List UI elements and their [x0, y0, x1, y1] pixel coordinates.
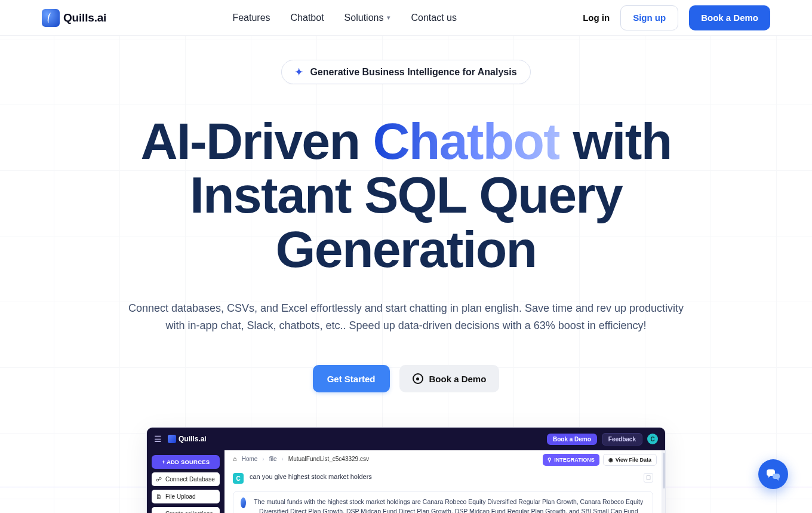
bot-reply-text: The mutual funds with the highest stock …: [252, 497, 645, 513]
nav-contact[interactable]: Contact us: [411, 13, 456, 23]
sidebar-item-connect-db: ☍ Connect Database: [152, 472, 220, 486]
bookmark-icon: ☐: [644, 473, 653, 483]
crumb-home-label: Home: [242, 456, 258, 462]
nav-solutions[interactable]: Solutions ▾: [345, 13, 391, 23]
file-icon: 🗎: [155, 493, 162, 500]
product-screenshot: ☰ Quills.ai Book a Demo Feedback C + ADD…: [146, 427, 666, 513]
chevron-down-icon: ▾: [387, 14, 390, 21]
hero-h1-pre: AI-Driven: [140, 112, 373, 170]
demo-label: Book a Demo: [429, 374, 487, 384]
avatar: C: [647, 434, 658, 444]
shot-content: ⌂ Home › file › MutualFundList_c5c43329.…: [224, 450, 662, 513]
sidebar-item-label: File Upload: [165, 493, 196, 500]
add-sources-button: + ADD SOURCES: [152, 455, 220, 469]
signup-button[interactable]: Sign up: [620, 5, 678, 30]
shot-logo: Quills.ai: [168, 435, 207, 443]
nav-label: Chatbot: [291, 13, 324, 23]
hero-h1-highlight: Chatbot: [373, 112, 559, 170]
logo-text: Quills.ai: [63, 11, 106, 24]
shot-topbar: ☰ Quills.ai Book a Demo Feedback C: [147, 428, 665, 450]
target-icon: [413, 373, 423, 384]
chat-widget-button[interactable]: [758, 459, 788, 489]
nav-label: Features: [232, 13, 270, 23]
logo-icon: [42, 9, 60, 27]
hero-heading: AI-Driven Chatbot with Instant SQL Query…: [96, 114, 716, 276]
pill-text: Generative Business Intelligence for Ana…: [310, 67, 516, 78]
integrations-label: INTEGRATIONS: [554, 457, 594, 463]
logo-icon: [168, 435, 176, 443]
login-link[interactable]: Log in: [583, 13, 610, 23]
hero-subtext: Connect databases, CSVs, and Excel effor…: [119, 300, 693, 334]
bot-avatar-icon: [241, 497, 246, 508]
nav-label: Contact us: [411, 13, 456, 23]
shot-toolbar: ⚲ INTEGRATIONS ◉ View File Data: [543, 454, 657, 466]
shot-demo-chip: Book a Demo: [547, 434, 597, 445]
scrollbar-track: [662, 450, 665, 513]
navbar: Quills.ai Features Chatbot Solutions ▾ C…: [0, 0, 812, 36]
nav-chatbot[interactable]: Chatbot: [291, 13, 324, 23]
database-icon: ☍: [155, 476, 162, 483]
view-file-chip: ◉ View File Data: [603, 454, 657, 466]
shot-main: ⌂ Home › file › MutualFundList_c5c43329.…: [224, 450, 665, 513]
nav-links: Features Chatbot Solutions ▾ Contact us: [232, 13, 457, 23]
sparkle-icon: ✦: [295, 66, 303, 78]
shot-top-left: ☰ Quills.ai: [154, 434, 207, 444]
shot-top-right: Book a Demo Feedback C: [547, 433, 658, 446]
hamburger-icon: ☰: [154, 434, 162, 444]
home-icon: ⌂: [233, 455, 237, 462]
crumb-mid: file: [269, 456, 277, 462]
book-demo-button[interactable]: Book a Demo: [689, 5, 770, 30]
integrations-chip: ⚲ INTEGRATIONS: [543, 454, 599, 466]
book-demo-secondary-button[interactable]: Book a Demo: [399, 365, 500, 392]
chevron-right-icon: ›: [262, 456, 264, 462]
nav-right: Log in Sign up Book a Demo: [583, 5, 770, 30]
nav-label: Solutions: [345, 13, 384, 23]
user-message-text: can you give highest stock market holder…: [250, 473, 372, 480]
shot-body: + ADD SOURCES ☍ Connect Database 🗎 File …: [147, 450, 665, 513]
sidebar-item-collections: ▭ Create collections: [152, 507, 220, 513]
sidebar-item-label: Create collections: [165, 511, 213, 513]
logo-link[interactable]: Quills.ai: [42, 9, 106, 27]
chat-bubble-icon: [767, 469, 780, 479]
sidebar-item-file-upload: 🗎 File Upload: [152, 490, 220, 503]
folder-icon: ▭: [155, 511, 162, 513]
chevron-right-icon: ›: [281, 456, 283, 462]
hero-section: ✦ Generative Business Intelligence for A…: [0, 36, 812, 513]
nav-features[interactable]: Features: [232, 13, 270, 23]
cta-row: Get Started Book a Demo: [0, 365, 812, 392]
get-started-button[interactable]: Get Started: [313, 365, 390, 392]
scrollbar-thumb: [663, 453, 665, 489]
link-icon: ⚲: [548, 457, 552, 463]
view-file-label: View File Data: [616, 457, 651, 463]
crumb-file: MutualFundList_c5c43329.csv: [288, 456, 369, 462]
hero-pill: ✦ Generative Business Intelligence for A…: [281, 60, 530, 84]
bot-reply: The mutual funds with the highest stock …: [233, 491, 653, 513]
shot-sidebar: + ADD SOURCES ☍ Connect Database 🗎 File …: [147, 450, 224, 513]
user-message-row: C can you give highest stock market hold…: [233, 473, 653, 484]
user-avatar: C: [233, 473, 244, 484]
eye-icon: ◉: [608, 457, 613, 463]
shot-brand: Quills.ai: [179, 435, 207, 443]
shot-feedback-chip: Feedback: [602, 433, 642, 446]
sidebar-item-label: Connect Database: [165, 476, 215, 483]
